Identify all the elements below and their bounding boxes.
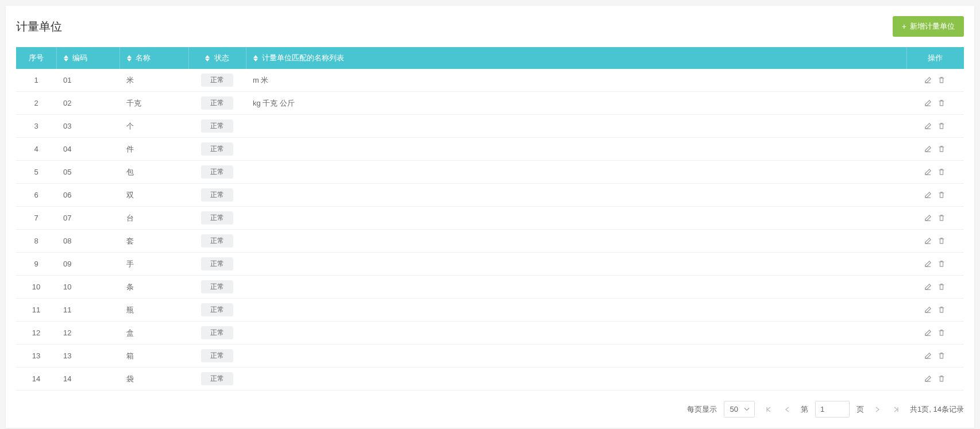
- cell-code: 14: [56, 368, 119, 391]
- cell-code: 08: [56, 230, 119, 253]
- edit-icon[interactable]: [924, 260, 933, 269]
- edit-icon[interactable]: [924, 168, 933, 177]
- delete-icon[interactable]: [937, 306, 947, 315]
- delete-icon[interactable]: [937, 237, 947, 246]
- edit-icon[interactable]: [924, 76, 933, 85]
- cell-name: 箱: [119, 345, 188, 368]
- cell-name: 个: [119, 115, 188, 138]
- delete-icon[interactable]: [937, 191, 947, 200]
- cell-match: [246, 322, 906, 345]
- delete-icon[interactable]: [937, 374, 947, 384]
- status-badge: 正常: [201, 211, 233, 225]
- edit-icon[interactable]: [924, 99, 933, 108]
- cell-status: 正常: [188, 368, 246, 391]
- edit-icon[interactable]: [924, 122, 933, 131]
- add-unit-button[interactable]: + 新增计量单位: [893, 16, 964, 37]
- cell-name: 双: [119, 184, 188, 207]
- table-header-row: 序号 编码 名称 状态 计量单位匹配的名称列表: [16, 47, 964, 69]
- edit-icon[interactable]: [924, 306, 933, 315]
- status-badge: 正常: [201, 96, 233, 110]
- delete-icon[interactable]: [937, 214, 947, 223]
- cell-name: 米: [119, 69, 188, 92]
- cell-status: 正常: [188, 253, 246, 276]
- cell-name: 瓶: [119, 299, 188, 322]
- cell-index: 5: [16, 161, 56, 184]
- cell-code: 11: [56, 299, 119, 322]
- cell-action: [906, 184, 964, 207]
- edit-icon[interactable]: [924, 283, 933, 292]
- cell-index: 6: [16, 184, 56, 207]
- col-header-match[interactable]: 计量单位匹配的名称列表: [246, 47, 906, 69]
- cell-match: [246, 368, 906, 391]
- per-page-select[interactable]: 50: [724, 401, 755, 418]
- cell-status: 正常: [188, 230, 246, 253]
- sort-icon: [253, 55, 258, 61]
- per-page-value: 50: [730, 405, 738, 413]
- cell-action: [906, 230, 964, 253]
- edit-icon[interactable]: [924, 374, 933, 384]
- edit-icon[interactable]: [924, 328, 933, 338]
- cell-action: [906, 115, 964, 138]
- cell-code: 07: [56, 207, 119, 230]
- cell-index: 3: [16, 115, 56, 138]
- cell-match: [246, 161, 906, 184]
- cell-code: 13: [56, 345, 119, 368]
- cell-match: [246, 230, 906, 253]
- col-header-code[interactable]: 编码: [56, 47, 119, 69]
- col-header-name[interactable]: 名称: [119, 47, 188, 69]
- col-header-status[interactable]: 状态: [188, 47, 246, 69]
- cell-name: 台: [119, 207, 188, 230]
- delete-icon[interactable]: [937, 168, 947, 177]
- delete-icon[interactable]: [937, 283, 947, 292]
- page-summary: 共1页, 14条记录: [910, 404, 964, 415]
- col-header-status-label: 状态: [214, 53, 229, 62]
- table-row: 1414袋正常: [16, 368, 964, 391]
- table-row: 202千克正常kg 千克 公斤: [16, 92, 964, 115]
- edit-icon[interactable]: [924, 214, 933, 223]
- prev-page-button[interactable]: [781, 403, 794, 416]
- cell-status: 正常: [188, 299, 246, 322]
- status-badge: 正常: [201, 188, 233, 202]
- edit-icon[interactable]: [924, 351, 933, 361]
- cell-status: 正常: [188, 184, 246, 207]
- delete-icon[interactable]: [937, 145, 947, 154]
- cell-code: 01: [56, 69, 119, 92]
- cell-action: [906, 345, 964, 368]
- col-header-match-label: 计量单位匹配的名称列表: [262, 53, 344, 62]
- page-number-input[interactable]: [815, 401, 850, 418]
- cell-code: 03: [56, 115, 119, 138]
- edit-icon[interactable]: [924, 145, 933, 154]
- table-row: 1212盒正常: [16, 322, 964, 345]
- col-header-action-label: 操作: [928, 53, 943, 62]
- cell-status: 正常: [188, 345, 246, 368]
- col-header-index[interactable]: 序号: [16, 47, 56, 69]
- per-page-label: 每页显示: [687, 404, 717, 415]
- pagination: 每页显示 50 第 页 共1页, 14条记录: [16, 401, 964, 418]
- cell-action: [906, 207, 964, 230]
- delete-icon[interactable]: [937, 76, 947, 85]
- delete-icon[interactable]: [937, 99, 947, 108]
- cell-name: 条: [119, 276, 188, 299]
- cell-name: 手: [119, 253, 188, 276]
- cell-name: 件: [119, 138, 188, 161]
- edit-icon[interactable]: [924, 237, 933, 246]
- table-body: 101米正常m 米202千克正常kg 千克 公斤303个正常404件正常505包…: [16, 69, 964, 391]
- cell-match: [246, 184, 906, 207]
- status-badge: 正常: [201, 280, 233, 293]
- delete-icon[interactable]: [937, 260, 947, 269]
- cell-action: [906, 92, 964, 115]
- cell-action: [906, 138, 964, 161]
- cell-name: 包: [119, 161, 188, 184]
- cell-match: [246, 138, 906, 161]
- delete-icon[interactable]: [937, 122, 947, 131]
- last-page-button[interactable]: [890, 403, 903, 416]
- col-header-index-label: 序号: [29, 53, 44, 62]
- edit-icon[interactable]: [924, 191, 933, 200]
- delete-icon[interactable]: [937, 328, 947, 338]
- sort-icon: [205, 55, 210, 61]
- cell-status: 正常: [188, 276, 246, 299]
- next-page-button[interactable]: [871, 403, 883, 416]
- delete-icon[interactable]: [937, 351, 947, 361]
- status-badge: 正常: [201, 119, 233, 133]
- first-page-button[interactable]: [762, 403, 774, 416]
